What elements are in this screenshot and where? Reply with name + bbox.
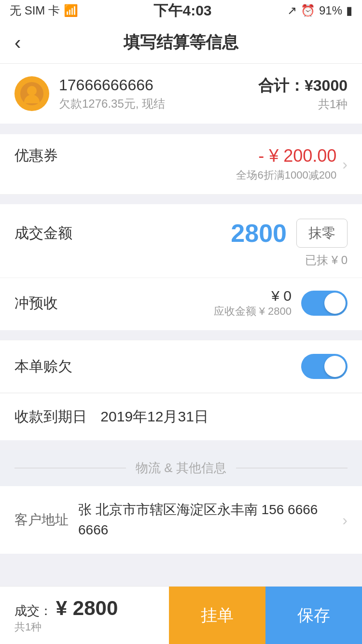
back-button[interactable]: ‹ bbox=[14, 33, 21, 52]
logistics-text: 物流 & 其他信息 bbox=[126, 460, 236, 476]
deal-row: 成交金额 2800 抹零 bbox=[14, 219, 348, 252]
customer-left: 17666666666 欠款1276.35元, 现结 bbox=[14, 76, 165, 112]
pre-receive-row: 冲预收 ¥ 0 应收金额 ¥ 2800 bbox=[0, 278, 362, 330]
receivable-row: 本单赊欠 bbox=[0, 340, 362, 392]
section-divider-5 bbox=[0, 440, 362, 450]
sim-status: 无 SIM 卡 bbox=[10, 3, 60, 18]
coupon-desc: 全场6折满1000减200 bbox=[236, 168, 336, 182]
bottom-deal-row: 成交： ¥ 2800 bbox=[14, 597, 154, 620]
bottom-count: 共1种 bbox=[14, 620, 154, 634]
status-bar: 无 SIM 卡 📶 下午4:03 ↗ ⏰ 91% ▮ bbox=[0, 0, 362, 21]
bottom-summary: 成交： ¥ 2800 共1种 bbox=[0, 597, 169, 634]
hold-button[interactable]: 挂单 bbox=[169, 587, 265, 644]
due-date-value: 2019年12月31日 bbox=[100, 408, 208, 424]
nav-bar: ‹ 填写结算等信息 bbox=[0, 21, 362, 64]
save-button[interactable]: 保存 bbox=[265, 587, 362, 644]
pre-amount-wrap: ¥ 0 应收金额 ¥ 2800 bbox=[214, 288, 292, 319]
main-content: 17666666666 欠款1276.35元, 现结 合计：¥3000 共1种 … bbox=[0, 64, 362, 644]
toggle-knob-1 bbox=[324, 293, 346, 314]
deal-right: 2800 抹零 bbox=[231, 219, 348, 248]
toggle-knob-2 bbox=[324, 356, 346, 377]
deal-label: 成交金额 bbox=[14, 224, 72, 243]
coupon-row[interactable]: 优惠券 - ¥ 200.00 全场6折满1000减200 › bbox=[0, 134, 362, 195]
pre-label: 冲预收 bbox=[14, 294, 58, 313]
pre-receive-toggle[interactable] bbox=[301, 291, 348, 316]
logistics-header: 物流 & 其他信息 bbox=[0, 450, 362, 486]
due-date-label: 收款到期日 bbox=[14, 408, 87, 424]
address-row[interactable]: 客户地址 张 北京市市辖区海淀区永丰南 156 6666 6666 › bbox=[0, 486, 362, 554]
address-label: 客户地址 bbox=[14, 511, 69, 529]
pre-desc: 应收金额 ¥ 2800 bbox=[214, 304, 292, 319]
pre-right: ¥ 0 应收金额 ¥ 2800 bbox=[214, 288, 348, 319]
deal-sub: 已抹 ¥ 0 bbox=[14, 252, 348, 278]
location-icon: ↗ bbox=[287, 4, 297, 17]
address-chevron: › bbox=[342, 511, 348, 529]
customer-phone: 17666666666 bbox=[59, 76, 165, 94]
logistics-line-right bbox=[236, 468, 348, 468]
round-button[interactable]: 抹零 bbox=[296, 219, 348, 248]
due-date-row: 收款到期日 2019年12月31日 bbox=[0, 393, 362, 440]
customer-desc: 欠款1276.35元, 现结 bbox=[59, 96, 165, 112]
alarm-icon: ⏰ bbox=[301, 4, 315, 17]
total-amount: 合计：¥3000 bbox=[258, 75, 348, 97]
deal-amount: 2800 bbox=[231, 219, 287, 248]
bottom-amount: ¥ 2800 bbox=[56, 597, 118, 619]
avatar bbox=[14, 76, 49, 111]
battery-icon: ▮ bbox=[346, 4, 352, 17]
status-time: 下午4:03 bbox=[153, 1, 211, 21]
bottom-bar: 成交： ¥ 2800 共1种 挂单 保存 bbox=[0, 586, 362, 644]
section-divider-1 bbox=[0, 125, 362, 134]
status-left: 无 SIM 卡 📶 bbox=[10, 3, 78, 18]
bottom-deal-label: 成交： bbox=[14, 603, 52, 618]
coupon-label: 优惠券 bbox=[14, 146, 58, 166]
logistics-line-left bbox=[14, 468, 126, 468]
section-divider-3 bbox=[0, 330, 362, 340]
customer-row: 17666666666 欠款1276.35元, 现结 合计：¥3000 共1种 bbox=[0, 64, 362, 124]
total-count: 共1种 bbox=[258, 97, 348, 112]
coupon-amount: - ¥ 200.00 bbox=[236, 146, 336, 166]
status-right: ↗ ⏰ 91% ▮ bbox=[287, 4, 352, 17]
avatar-inner bbox=[20, 82, 43, 105]
wifi-icon: 📶 bbox=[64, 4, 78, 17]
section-divider-2 bbox=[0, 195, 362, 204]
pre-amount: ¥ 0 bbox=[214, 288, 292, 304]
customer-right: 合计：¥3000 共1种 bbox=[258, 75, 348, 112]
coupon-chevron: › bbox=[342, 155, 348, 173]
nav-title: 填写结算等信息 bbox=[124, 31, 238, 54]
receivable-label: 本单赊欠 bbox=[14, 357, 72, 377]
deal-section: 成交金额 2800 抹零 已抹 ¥ 0 bbox=[0, 204, 362, 278]
receivable-toggle[interactable] bbox=[301, 354, 348, 379]
customer-info: 17666666666 欠款1276.35元, 现结 bbox=[59, 76, 165, 112]
battery-level: 91% bbox=[319, 4, 342, 17]
address-value: 张 北京市市辖区海淀区永丰南 156 6666 6666 bbox=[78, 500, 333, 540]
